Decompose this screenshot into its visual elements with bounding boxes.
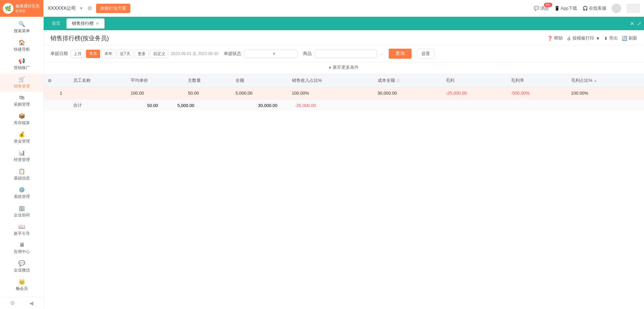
window-buttons: ✕⤢ — [630, 20, 641, 27]
page-title: 销售排行榜(按业务员) — [50, 34, 109, 42]
enterprise-icon: 🏢 — [18, 205, 25, 211]
expand-icon: ▾ — [329, 65, 331, 70]
refresh-button[interactable]: 🔄 刷新 — [622, 35, 637, 41]
tab-close-sales-rank[interactable]: ✕ — [96, 21, 99, 26]
col-settings[interactable]: ⚙ — [44, 74, 56, 87]
sidebar-nav: 🔍搜索菜单🏠快捷导航📢营销推广🛒销售管理🛍采购管理📦库存核算💰资金管理📊经营管理… — [0, 17, 43, 297]
sidebar-item-finance[interactable]: 💰资金管理 — [0, 128, 43, 147]
maximize-window-button[interactable]: ⤢ — [637, 20, 641, 27]
marketing-icon: 📢 — [18, 58, 25, 64]
sidebar-item-guide[interactable]: 📖新手引导 — [0, 221, 43, 239]
company-dropdown[interactable]: ▼ — [79, 6, 83, 11]
date-btn-上月[interactable]: 上月 — [71, 50, 85, 58]
expand-more-button[interactable]: ▾ 展开更多条件 — [329, 64, 359, 70]
table-summary-row: 合计 50.00 5,000.00 30,000.00 -25,000.00 — [44, 99, 644, 111]
sidebar-item-member[interactable]: 👑畅会员 — [0, 276, 43, 294]
operations-icon: 📊 — [18, 150, 25, 156]
sidebar-item-sales[interactable]: 🛒销售管理 — [0, 73, 43, 92]
finance-icon: 💰 — [18, 131, 25, 138]
sidebar-collapse-button[interactable]: ◀ — [29, 300, 33, 306]
sidebar-item-marketing[interactable]: 📢营销推广 — [0, 55, 43, 73]
sidebar-item-label-sales: 销售管理 — [14, 84, 30, 89]
sidebar-item-label-system: 系统管理 — [14, 194, 30, 200]
sidebar-item-operations[interactable]: 📊经营管理 — [0, 147, 43, 165]
shortcut-icon: 🏠 — [18, 39, 25, 46]
tab-home[interactable]: 首页 — [46, 18, 66, 29]
company-name: XXXXXX公司 — [48, 5, 76, 11]
data-table: ⚙ 员工名称 平均单价 主数量 全额 销售收入占比% 成本全额 ⓘ 毛利 毛利率… — [44, 74, 644, 99]
date-btn-本年[interactable]: 本年 — [101, 50, 116, 58]
sidebar-item-label-finance: 资金管理 — [14, 139, 30, 144]
logo-icon: 🌿 — [3, 3, 13, 14]
date-buttons: 上月本月本年近7天更多自定义 — [71, 50, 168, 58]
col-amount: 全额 — [231, 74, 288, 87]
sidebar-item-label-inventory: 库存核算 — [14, 120, 30, 126]
sales-icon: 🛒 — [18, 76, 25, 83]
online-service-button[interactable]: 🎧 在线客服 — [583, 5, 606, 11]
table-settings-button[interactable]: 设置 — [417, 49, 434, 59]
service-icon: 🎧 — [583, 6, 588, 11]
refresh-icon: 🔄 — [622, 36, 627, 41]
date-btn-更多[interactable]: 更多 — [135, 50, 149, 58]
date-btn-本月[interactable]: 本月 — [86, 50, 100, 58]
sidebar-footer: ⚙ ◀ — [0, 297, 43, 309]
sidebar-item-purchase[interactable]: 🛍采购管理 — [0, 92, 43, 110]
query-button[interactable]: 查询 — [389, 49, 412, 59]
table-header-row: ⚙ 员工名称 平均单价 主数量 全额 销售收入占比% 成本全额 ⓘ 毛利 毛利率… — [44, 74, 644, 87]
topbar-settings-icon[interactable]: ⚙ — [87, 5, 92, 11]
sidebar-item-wechat[interactable]: 💬企业微信 — [0, 257, 43, 276]
user-name[interactable] — [627, 4, 640, 13]
sidebar-item-apps[interactable]: 🖥应用中心 — [0, 239, 43, 257]
sidebar-item-search[interactable]: 🔍搜索菜单 — [0, 18, 43, 37]
summary-amount: 5,000.00 — [177, 103, 214, 108]
user-avatar[interactable] — [612, 4, 621, 13]
sidebar-logo: 🌿 畅康通好生意 标准版 — [0, 0, 43, 17]
table-cell-4: 50.00 — [184, 87, 231, 99]
date-btn-近7天[interactable]: 近7天 — [117, 50, 133, 58]
sidebar-item-inventory[interactable]: 📦库存核算 — [0, 110, 43, 128]
sidebar-item-label-shortcut: 快捷导航 — [14, 47, 30, 52]
member-icon: 👑 — [18, 278, 25, 285]
col-cost: 成本全额 ⓘ — [374, 74, 442, 87]
page-header: 销售排行榜(按业务员) ❓ 帮助 🖨 按模板打印 ▼ ⬇ 导出 🔄 刷新 — [44, 30, 644, 45]
help-button[interactable]: ❓ 帮助 — [547, 35, 563, 41]
logo-text: 畅康通好生意 标准版 — [15, 4, 40, 13]
summary-label: 合计 — [73, 102, 114, 108]
sidebar-settings-button[interactable]: ⚙ — [10, 300, 15, 306]
col-name: 员工名称 — [69, 74, 127, 87]
guide-icon: 📖 — [18, 223, 25, 230]
table-container: ⚙ 员工名称 平均单价 主数量 全额 销售收入占比% 成本全额 ⓘ 毛利 毛利率… — [44, 74, 644, 309]
status-select[interactable]: ▼ — [244, 50, 298, 58]
message-button[interactable]: 💬 消息 99+ — [534, 5, 549, 11]
inventory-icon: 📦 — [18, 113, 25, 119]
message-badge: 99+ — [544, 3, 552, 7]
table-row[interactable]: 1100.0050.005,000.00100.00%30,000.00-25,… — [44, 87, 644, 99]
col-rank — [56, 74, 69, 87]
tabbar: 首页销售排行榜✕✕⤢ — [44, 17, 644, 30]
print-button[interactable]: 🖨 按模板打印 ▼ — [567, 35, 600, 41]
sidebar-item-basic[interactable]: 📋基础信息 — [0, 165, 43, 184]
table-cell-9: -500.00% — [507, 87, 567, 99]
close-window-button[interactable]: ✕ — [630, 20, 634, 27]
trial-button[interactable]: 体验行业方案 — [96, 4, 130, 13]
sidebar: 🌿 畅康通好生意 标准版 🔍搜索菜单🏠快捷导航📢营销推广🛒销售管理🛍采购管理📦库… — [0, 0, 44, 309]
print-dropdown-icon: ▼ — [596, 36, 600, 41]
goods-filter-section: 商品 ··· — [303, 50, 383, 58]
col-revenue-pct: 销售收入占比% — [288, 74, 374, 87]
more-filter-link[interactable]: ··· — [380, 51, 383, 56]
sidebar-item-label-marketing: 营销推广 — [14, 65, 30, 71]
summary-gross: -25,000.00 — [295, 103, 332, 108]
goods-search-input[interactable] — [317, 51, 374, 56]
sidebar-item-label-purchase: 采购管理 — [14, 102, 30, 107]
print-icon: 🖨 — [567, 36, 571, 41]
sidebar-item-enterprise[interactable]: 🏢企业协同 — [0, 202, 43, 221]
app-download-button[interactable]: 📱 App下载 — [554, 5, 577, 11]
export-button[interactable]: ⬇ 导出 — [604, 35, 618, 41]
topbar-right: 💬 消息 99+ 📱 App下载 🎧 在线客服 — [534, 4, 640, 13]
tab-sales-rank[interactable]: 销售排行榜✕ — [67, 18, 104, 29]
sidebar-item-label-search: 搜索菜单 — [14, 28, 30, 34]
date-btn-自定义[interactable]: 自定义 — [150, 50, 168, 58]
sidebar-item-system[interactable]: ⚙️系统管理 — [0, 184, 43, 202]
sidebar-item-shortcut[interactable]: 🏠快捷导航 — [0, 37, 43, 55]
date-range-display: 2023-06-01 至 2023-06-30 — [171, 51, 218, 57]
